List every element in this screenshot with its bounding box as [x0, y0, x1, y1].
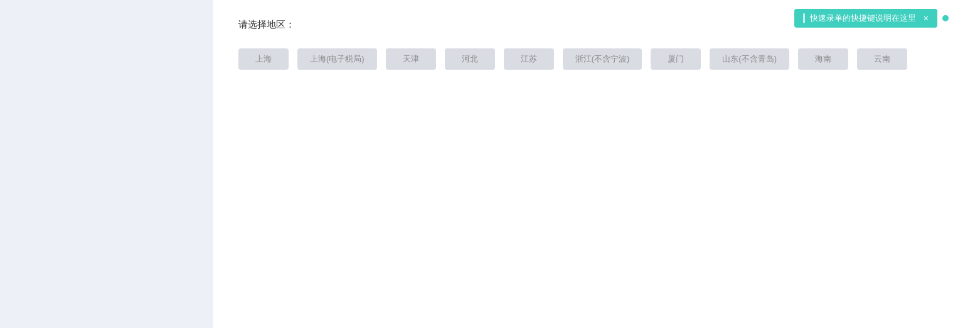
bar-accent-icon: [803, 13, 805, 23]
region-button[interactable]: 上海(电子税局): [297, 48, 377, 70]
region-button[interactable]: 山东(不含青岛): [710, 48, 789, 70]
region-button[interactable]: 海南: [798, 48, 848, 70]
sidebar: [0, 0, 213, 328]
tooltip-bar: 快速录单的快捷键说明在这里 ×: [794, 9, 949, 28]
region-button[interactable]: 天津: [386, 48, 436, 70]
region-button[interactable]: 云南: [857, 48, 907, 70]
tooltip-close-icon[interactable]: ×: [924, 13, 929, 23]
region-button[interactable]: 江苏: [504, 48, 554, 70]
tooltip-label: 快速录单的快捷键说明在这里: [810, 13, 916, 24]
tooltip-badge: 快速录单的快捷键说明在这里 ×: [794, 9, 937, 28]
tooltip-dot-icon: [942, 15, 949, 21]
region-button[interactable]: 厦门: [651, 48, 701, 70]
region-button[interactable]: 上海: [238, 48, 289, 70]
region-button[interactable]: 河北: [445, 48, 495, 70]
main-content: 快速录单的快捷键说明在这里 × 请选择地区： 上海上海(电子税局)天津河北江苏浙…: [213, 0, 980, 328]
region-button[interactable]: 浙江(不含宁波): [563, 48, 642, 70]
region-buttons-container: 上海上海(电子税局)天津河北江苏浙江(不含宁波)厦门山东(不含青岛)海南云南: [238, 48, 955, 70]
